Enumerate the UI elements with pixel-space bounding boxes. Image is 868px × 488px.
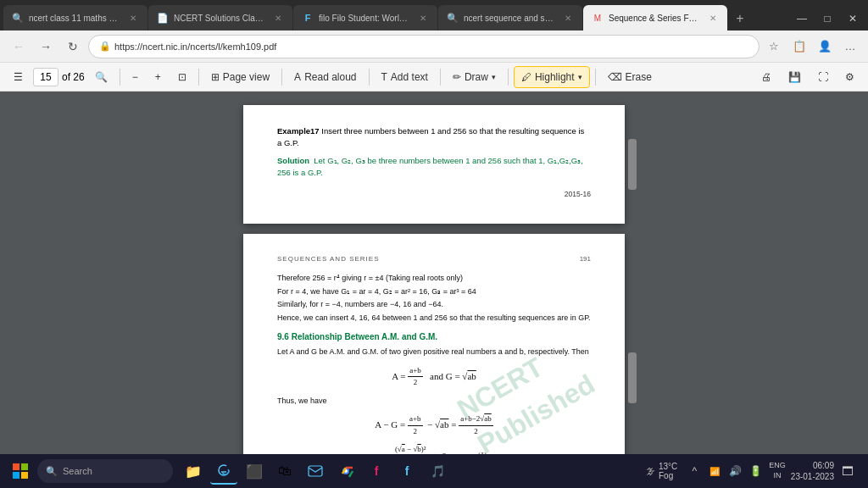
sys-tray-icons: ^ 📶 🔊 🔋: [686, 463, 764, 480]
section-9-6-header: 9.6 Relationship Between A.M. and G.M.: [277, 330, 591, 343]
minimize-button[interactable]: —: [790, 10, 814, 27]
tab-bar: 🔍 ncert class 11 maths solutions - ✕ 📄 N…: [0, 0, 868, 30]
page-total: of 26: [62, 71, 85, 83]
collections-icon[interactable]: 📋: [788, 36, 810, 58]
tab-4-label: ncert sequence and series pdf: [464, 14, 554, 23]
taskbar-terminal[interactable]: ⬛: [241, 458, 268, 485]
tab-1-icon: 🔍: [12, 12, 24, 24]
close-button[interactable]: ✕: [841, 10, 865, 27]
tab-4-close[interactable]: ✕: [562, 12, 574, 24]
system-tray-expand[interactable]: ^: [686, 463, 703, 480]
section-title: Relationship Between A.M. and G.M.: [292, 332, 437, 341]
add-text-button[interactable]: T Add text: [375, 66, 435, 88]
example-17: Example17 Insert three numbers between 1…: [277, 125, 591, 150]
save-button[interactable]: 💾: [782, 66, 808, 88]
tab-1[interactable]: 🔍 ncert class 11 maths solutions - ✕: [3, 5, 147, 30]
favorites-icon[interactable]: ☆: [763, 36, 785, 58]
erase-button[interactable]: ⌫ Erase: [601, 66, 659, 88]
tab-5[interactable]: M Sequence & Series Final 03.01.P ✕: [583, 5, 727, 30]
draw-button[interactable]: ✏ Draw ▾: [446, 66, 503, 88]
fullscreen-button[interactable]: ⛶: [811, 66, 835, 88]
search-button[interactable]: 🔍 Search: [37, 459, 173, 483]
print-button[interactable]: 🖨: [754, 66, 778, 88]
tab-3-label: filo Filo Student: World's Only Live In: [319, 14, 409, 23]
taskbar-mail[interactable]: [302, 458, 329, 485]
zoom-minus-button[interactable]: −: [125, 66, 145, 88]
pdf-container[interactable]: Example17 Insert three numbers between 1…: [0, 92, 868, 454]
highlight-button[interactable]: 🖊 Highlight ▾: [514, 66, 590, 88]
erase-icon: ⌫: [608, 71, 622, 83]
refresh-button[interactable]: ↻: [61, 35, 85, 58]
fit-page-button[interactable]: ⊡: [171, 66, 193, 88]
more-icon[interactable]: …: [839, 36, 861, 58]
page-view-button[interactable]: ⊞ Page view: [204, 66, 276, 88]
forward-button[interactable]: →: [34, 35, 58, 58]
sidebar-toggle-button[interactable]: ☰: [7, 66, 30, 88]
weather-widget[interactable]: 🌫 13°C Fog: [647, 462, 677, 480]
separator-3: [281, 69, 282, 86]
clock-date: 23-01-2023: [791, 471, 834, 482]
tab-2-close[interactable]: ✕: [272, 12, 284, 24]
tab-5-icon: M: [592, 12, 604, 24]
draw-dropdown-icon: ▾: [492, 73, 496, 81]
battery-icon[interactable]: 🔋: [747, 463, 764, 480]
tab-4-icon: 🔍: [447, 12, 459, 24]
tab-3[interactable]: F filo Filo Student: World's Only Live I…: [293, 5, 437, 30]
taskbar-edge[interactable]: [210, 458, 237, 485]
page-control: of 26: [33, 68, 85, 86]
lang-block[interactable]: ENGIN: [769, 461, 786, 480]
draw-label: Draw: [465, 71, 488, 83]
taskbar-store[interactable]: 🛍: [271, 458, 298, 485]
back-button[interactable]: ←: [7, 35, 31, 58]
frac-d-2b: 2: [472, 426, 480, 438]
taskbar-file-explorer[interactable]: 📁: [180, 458, 207, 485]
scroll-indicator-1[interactable]: [628, 139, 637, 190]
maximize-button[interactable]: □: [815, 10, 839, 27]
frac-ab-2: a+b 2: [408, 413, 423, 437]
time-block[interactable]: 06:09 23-01-2023: [791, 460, 834, 482]
window-controls: — □ ✕: [790, 10, 865, 30]
profile-icon[interactable]: 👤: [814, 36, 836, 58]
windows-logo-icon: [13, 463, 28, 479]
search-icon: 🔍: [46, 466, 58, 477]
erase-label: Erase: [626, 71, 652, 83]
frac-d-2: 2: [411, 426, 419, 438]
taskbar-filo2[interactable]: f: [393, 458, 420, 485]
address-input[interactable]: 🔒 https://ncert.nic.in/ncerts/l/kemh109.…: [88, 35, 760, 58]
tab-3-close[interactable]: ✕: [417, 12, 429, 24]
tab-4[interactable]: 🔍 ncert sequence and series pdf ✕: [438, 5, 582, 30]
frac-sq-2: (√a − √b)² 2: [393, 444, 428, 454]
notification-button[interactable]: 🗖: [839, 463, 856, 480]
frac-n-ab2sqrt: a+b−2√ab: [459, 413, 493, 426]
lang-indicator: ENGIN: [769, 461, 786, 480]
page-number-input[interactable]: [33, 68, 58, 86]
tab-1-label: ncert class 11 maths solutions -: [29, 14, 119, 23]
tab-3-icon: F: [302, 12, 314, 24]
separator-6: [508, 69, 509, 86]
zoom-plus-button[interactable]: +: [148, 66, 168, 88]
read-aloud-button[interactable]: A Read aloud: [287, 66, 363, 88]
search-pdf-button[interactable]: 🔍: [88, 66, 114, 88]
more-tools-button[interactable]: ⚙: [838, 66, 861, 88]
a-minus-g-text: A − G =: [375, 419, 408, 430]
network-icon[interactable]: 📶: [706, 463, 723, 480]
tab-5-close[interactable]: ✕: [707, 12, 719, 24]
volume-icon[interactable]: 🔊: [726, 463, 743, 480]
taskbar: 🔍 Search 📁 ⬛ 🛍: [0, 454, 868, 488]
tab-2[interactable]: 📄 NCERT Solutions Class 11 Maths ✕: [148, 5, 292, 30]
taskbar-spotify[interactable]: 🎵: [424, 458, 451, 485]
svg-rect-3: [21, 472, 28, 479]
page-number-right: 191: [580, 254, 591, 264]
frac-numerator-ab: a+b: [408, 365, 423, 378]
taskbar-filo1[interactable]: f: [363, 458, 390, 485]
tab-1-close[interactable]: ✕: [127, 12, 139, 24]
scroll-indicator-2[interactable]: [628, 352, 637, 403]
r4-line: For r = 4, we have G₁ = ar = 4, G₂ = ar²…: [277, 286, 591, 298]
chrome-icon: [338, 463, 353, 479]
new-tab-button[interactable]: +: [728, 7, 752, 30]
add-text-icon: T: [381, 71, 387, 83]
taskbar-chrome[interactable]: [332, 458, 359, 485]
solution-17: Solution Let G₁, G₂, G₃ be three numbers…: [277, 155, 591, 180]
start-button[interactable]: [7, 458, 34, 485]
separator-5: [440, 69, 441, 86]
